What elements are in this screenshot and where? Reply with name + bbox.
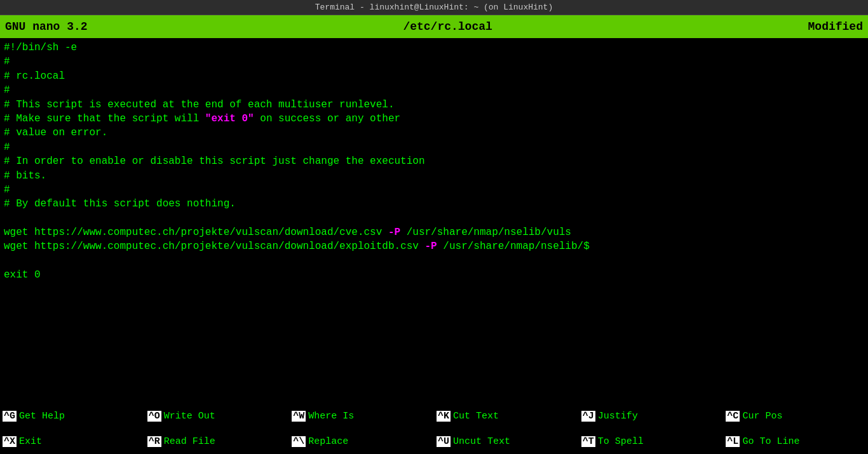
shortcut-exit[interactable]: ^X Exit <box>0 436 145 447</box>
shortcut-uncut-text[interactable]: ^U Uncut Text <box>434 436 579 447</box>
editor-line-15: wget https://www.computec.ch/projekte/vu… <box>4 239 864 253</box>
editor-line-4: # <box>4 83 864 97</box>
key-w: ^W <box>292 411 306 422</box>
label-go-to-line: Go To Line <box>742 436 799 447</box>
key-x: ^X <box>3 436 17 447</box>
key-r: ^R <box>147 436 161 447</box>
shortcut-to-spell[interactable]: ^T To Spell <box>579 436 724 447</box>
modified-status: Modified <box>808 20 863 33</box>
label-read-file: Read File <box>164 436 215 447</box>
key-t: ^T <box>581 436 595 447</box>
key-g: ^G <box>3 411 17 422</box>
label-where-is: Where Is <box>308 411 354 422</box>
editor-line-11: # <box>4 183 864 197</box>
key-o: ^O <box>147 411 161 422</box>
editor-line-14: wget https://www.computec.ch/projekte/vu… <box>4 225 864 239</box>
shortcut-write-out[interactable]: ^O Write Out <box>145 411 290 422</box>
label-uncut-text: Uncut Text <box>453 436 510 447</box>
label-cur-pos: Cur Pos <box>742 411 782 422</box>
editor-line-9: # In order to enable or disable this scr… <box>4 154 864 168</box>
label-justify: Justify <box>598 411 638 422</box>
key-j: ^J <box>581 411 595 422</box>
editor-line-5: # This script is executed at the end of … <box>4 98 864 112</box>
title-text: Terminal - linuxhint@LinuxHint: ~ (on Li… <box>315 3 553 12</box>
file-name: /etc/rc.local <box>403 20 492 33</box>
label-to-spell: To Spell <box>598 436 644 447</box>
label-write-out: Write Out <box>164 411 215 422</box>
shortcut-where-is[interactable]: ^W Where Is <box>289 411 434 422</box>
editor-line-1: #!/bin/sh -e <box>4 41 864 55</box>
key-l: ^L <box>726 436 740 447</box>
key-c: ^C <box>726 411 740 422</box>
label-cut-text: Cut Text <box>453 411 499 422</box>
editor-line-6: # Make sure that the script will "exit 0… <box>4 112 864 126</box>
title-bar: Terminal - linuxhint@LinuxHint: ~ (on Li… <box>0 0 868 15</box>
shortcut-row-2: ^X Exit ^R Read File ^\ Replace ^U Uncut… <box>0 429 868 454</box>
shortcut-cur-pos[interactable]: ^C Cur Pos <box>723 411 868 422</box>
label-replace: Replace <box>308 436 348 447</box>
label-exit: Exit <box>19 436 42 447</box>
editor-line-16 <box>4 254 864 268</box>
shortcut-read-file[interactable]: ^R Read File <box>145 436 290 447</box>
shortcut-go-to-line[interactable]: ^L Go To Line <box>723 436 868 447</box>
editor-line-2: # <box>4 55 864 69</box>
editor-line-7: # value on error. <box>4 126 864 140</box>
editor-line-13 <box>4 211 864 225</box>
shortcut-cut-text[interactable]: ^K Cut Text <box>434 411 579 422</box>
shortcut-justify[interactable]: ^J Justify <box>579 411 724 422</box>
key-k: ^K <box>437 411 451 422</box>
shortcut-replace[interactable]: ^\ Replace <box>289 436 434 447</box>
shortcut-row-1: ^G Get Help ^O Write Out ^W Where Is ^K … <box>0 403 868 429</box>
shortcut-get-help[interactable]: ^G Get Help <box>0 411 145 422</box>
editor-line-12: # By default this script does nothing. <box>4 197 864 211</box>
shortcuts-bar: ^G Get Help ^O Write Out ^W Where Is ^K … <box>0 403 868 454</box>
editor-line-3: # rc.local <box>4 69 864 83</box>
editor-area[interactable]: #!/bin/sh -e # # rc.local # # This scrip… <box>0 38 868 403</box>
nano-version: GNU nano 3.2 <box>5 20 88 33</box>
editor-line-8: # <box>4 140 864 154</box>
label-get-help: Get Help <box>19 411 65 422</box>
editor-line-10: # bits. <box>4 169 864 183</box>
nano-header: GNU nano 3.2 /etc/rc.local Modified <box>0 15 868 38</box>
editor-line-17: exit 0 <box>4 268 864 282</box>
key-backslash: ^\ <box>292 436 306 447</box>
key-u: ^U <box>437 436 451 447</box>
